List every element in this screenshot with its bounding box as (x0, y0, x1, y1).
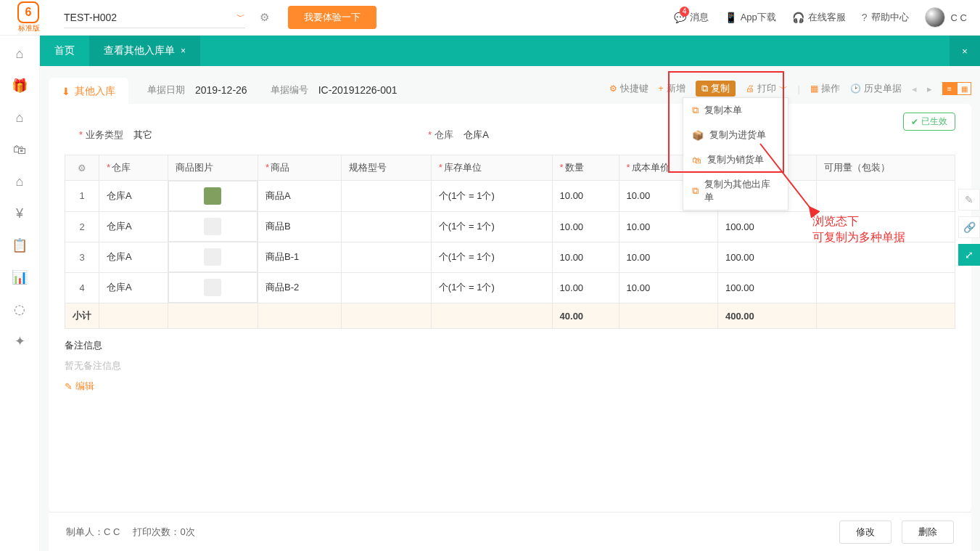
rail-note-icon[interactable]: ✎ (958, 189, 980, 211)
row-unit: 个(1个 = 1个) (431, 242, 552, 272)
view-toggle: ≡ ▦ (942, 82, 971, 95)
top-bar: 6 标准版 TEST-H002 ﹀ ⚙ 我要体验一下 💬 消息 4 📱 App下… (0, 0, 980, 36)
row-wh: 仓库A (99, 272, 168, 303)
status-badge: ✔ 已生效 (903, 113, 955, 131)
remarks-placeholder: 暂无备注信息 (65, 359, 955, 372)
company-name: TEST-H002 (64, 12, 117, 23)
remarks-title: 备注信息 (65, 339, 955, 352)
company-select[interactable]: TEST-H002 ﹀ (64, 7, 245, 28)
history-button[interactable]: 🕑历史单据 (850, 82, 902, 95)
copy-button[interactable]: ⧉ 复制 (696, 81, 736, 97)
table-row[interactable]: 1仓库A商品A个(1个 = 1个)10.0010.00100.00 (65, 181, 955, 212)
row-avail (817, 211, 955, 242)
edit-remarks-button[interactable]: ✎ 编辑 (65, 380, 955, 393)
row-qty: 10.00 (552, 272, 619, 303)
next-icon[interactable]: ▸ (927, 83, 932, 94)
sidebar: ⌂ 🎁 ⌂ 🛍 ⌂ ¥ 📋 📊 ◌ ✦ (0, 36, 40, 551)
copy-as-outbound-item[interactable]: ⧉复制为其他出库单 (683, 172, 788, 210)
sidebar-gift-icon[interactable]: 🎁 (12, 78, 28, 94)
messages-button[interactable]: 💬 消息 4 (674, 11, 709, 24)
copy-dropdown: ⧉复制本单 📦复制为进货单 🛍复制为销货单 ⧉复制为其他出库单 (683, 97, 788, 211)
sidebar-new-icon[interactable]: ✦ (12, 333, 28, 349)
row-spec (341, 211, 431, 242)
items-table: ⚙ *仓库 商品图片 *商品 规格型号 *库存单位 *数量 *成本单价 *成本金… (65, 155, 955, 329)
help-icon: ? (862, 12, 868, 23)
date-label: 单据日期 (147, 83, 185, 97)
headset-icon: 🎧 (792, 12, 804, 23)
thumb-icon (204, 218, 221, 235)
copy-as-purchase-item[interactable]: 📦复制为进货单 (683, 123, 788, 147)
plus-icon: + (659, 83, 664, 94)
try-button[interactable]: 我要体验一下 (288, 6, 376, 29)
history-icon: 🕑 (850, 83, 861, 94)
phone-icon: 📱 (725, 12, 737, 23)
thumb-icon (204, 279, 221, 296)
footer: 制单人：C C 打印次数：0次 修改 删除 (49, 512, 971, 551)
row-avail (817, 242, 955, 272)
chevron-down-icon: ﹀ (236, 11, 245, 23)
close-icon[interactable]: × (181, 46, 186, 56)
sidebar-house-icon[interactable]: ⌂ (12, 110, 28, 126)
help-button[interactable]: ? 帮助中心 (862, 11, 909, 24)
page-title: 其他入库 (75, 85, 115, 98)
view-list-icon[interactable]: ≡ (942, 82, 957, 95)
copy-this-item[interactable]: ⧉复制本单 (683, 98, 788, 123)
row-num: 2 (65, 211, 99, 242)
sidebar-money-icon[interactable]: ¥ (12, 205, 28, 221)
sidebar-home-icon[interactable]: ⌂ (12, 46, 28, 62)
prev-icon[interactable]: ◂ (912, 83, 917, 94)
service-button[interactable]: 🎧 在线客服 (792, 11, 846, 24)
subtotal-row: 小计40.00400.00 (65, 303, 955, 329)
remarks-section: 备注信息 暂无备注信息 ✎ 编辑 (65, 339, 955, 393)
grid-icon: ▦ (810, 83, 818, 94)
thumb-icon (204, 248, 221, 266)
ops-button[interactable]: ▦操作 (810, 82, 840, 95)
card-header: ⬇ 其他入库 单据日期 2019-12-26 单据编号 IC-20191226-… (49, 75, 971, 104)
row-avail (817, 181, 955, 212)
table-row[interactable]: 3仓库A商品B-1个(1个 = 1个)10.0010.00100.00 (65, 242, 955, 272)
table-row[interactable]: 4仓库A商品B-2个(1个 = 1个)10.0010.00100.00 (65, 272, 955, 303)
tabs-close-all[interactable]: × (950, 36, 980, 66)
maker-value: C C (104, 526, 120, 537)
sidebar-warehouse-icon[interactable]: ⌂ (12, 174, 28, 189)
no-label: 单据编号 (271, 83, 308, 97)
view-grid-icon[interactable]: ▦ (957, 82, 971, 95)
download-button[interactable]: 📱 App下载 (725, 11, 776, 24)
modify-button[interactable]: 修改 (839, 521, 892, 544)
row-wh: 仓库A (99, 242, 168, 272)
row-price: 10.00 (619, 242, 717, 272)
card: ✔ 已生效 *业务类型其它 *仓库仓库A ⚙ *仓库 商品图片 (49, 104, 971, 512)
row-thumb (168, 181, 258, 211)
out-icon: ⧉ (692, 185, 699, 197)
shortcut-button[interactable]: ⚙快捷键 (609, 82, 648, 95)
sidebar-bag-icon[interactable]: 🛍 (12, 142, 28, 158)
row-wh: 仓库A (99, 181, 168, 212)
user-menu[interactable]: C C (925, 7, 967, 28)
check-icon: ✔ (911, 117, 918, 127)
gear-icon: ⚙ (609, 83, 617, 94)
print-icon: 🖨 (746, 83, 754, 94)
tab-home[interactable]: 首页 (40, 36, 89, 66)
gear-col-icon[interactable]: ⚙ (65, 155, 99, 181)
delete-button[interactable]: 删除 (902, 521, 954, 544)
print-button[interactable]: 🖨打印﹀ (746, 82, 788, 95)
sidebar-report-icon[interactable]: 📊 (12, 269, 28, 285)
sidebar-sync-icon[interactable]: ◌ (12, 301, 28, 317)
gear-icon[interactable]: ⚙ (260, 11, 269, 24)
copy-as-sales-item[interactable]: 🛍复制为销货单 (683, 147, 788, 172)
page-title-tab: ⬇ 其他入库 (49, 78, 128, 104)
row-thumb (168, 242, 258, 272)
messages-badge: 4 (680, 7, 690, 17)
print-count: 0次 (180, 526, 194, 537)
rail-link-icon[interactable]: 🔗 (958, 216, 980, 238)
tab-view-inbound[interactable]: 查看其他入库单 × (89, 36, 200, 66)
avatar-icon (925, 7, 945, 28)
sidebar-doc-icon[interactable]: 📋 (12, 237, 28, 253)
logo[interactable]: 6 标准版 (13, 1, 44, 33)
row-prod: 商品B-1 (258, 242, 341, 272)
table-row[interactable]: 2仓库A商品B个(1个 = 1个)10.0010.00100.00 (65, 211, 955, 242)
tab-bar: 首页 查看其他入库单 × × (40, 36, 980, 66)
doc-icon: ⧉ (692, 105, 699, 116)
new-button[interactable]: +新增 (659, 82, 685, 95)
rail-expand-icon[interactable]: ⤢ (958, 244, 980, 266)
